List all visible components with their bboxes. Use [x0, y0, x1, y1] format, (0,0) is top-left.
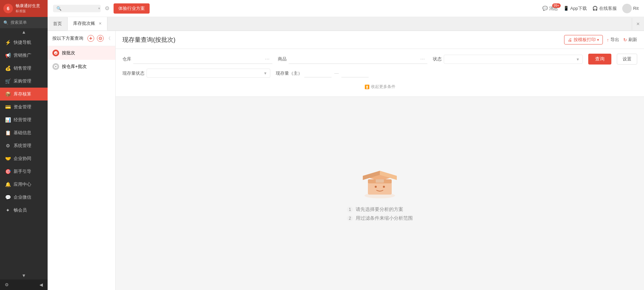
online-service-btn[interactable]: 🎧 在线客服 [592, 5, 617, 12]
scheme-icon-active [52, 50, 59, 56]
product-more-icon[interactable]: ··· [420, 56, 425, 62]
sidebar-item-inventory[interactable]: 📦 库存核算 [0, 88, 48, 101]
left-panel-collapse-icon[interactable]: 《 [106, 36, 111, 41]
warehouse-more-icon[interactable]: ··· [265, 56, 269, 62]
user-avatar [622, 4, 632, 13]
sidebar-item-label: 企业微信 [14, 194, 31, 200]
refresh-btn[interactable]: ↻ 刷新 [623, 37, 637, 43]
sidebar-item-label: 应用中心 [14, 181, 31, 187]
topbar: 🔍 ▾ ⚙ 体验行业方案 💬 消息 99+ 📱 App下载 🎧 在线客服 Rit [48, 0, 644, 17]
footer-settings-icon[interactable]: ⚙ [5, 282, 9, 287]
messages-btn[interactable]: 💬 消息 99+ [542, 5, 558, 12]
filter-row-1: 仓库 ··· 商品 ··· [122, 54, 637, 65]
product-input[interactable]: ··· [289, 55, 428, 64]
app-download-label: App下载 [570, 5, 587, 12]
sidebar-item-guide[interactable]: 🎯 新手引导 [0, 165, 48, 178]
print-icon: 🖨 [568, 37, 572, 42]
stock-status-input[interactable]: ▾ [147, 69, 270, 78]
footer-collapse-icon[interactable]: ◀ [39, 282, 43, 287]
warehouse-input[interactable]: ··· [133, 55, 272, 64]
svg-rect-9 [376, 179, 384, 183]
sidebar-item-basic[interactable]: 📋 基础信息 [0, 126, 48, 139]
sidebar-item-marketing[interactable]: 📢 营销推广 [0, 49, 48, 62]
sidebar-item-label: 企业协同 [14, 156, 31, 162]
collapse-btn[interactable]: ⏫ 收起更多条件 [122, 82, 637, 92]
sidebar-item-sales[interactable]: 💰 销售管理 [0, 62, 48, 75]
left-panel-title: 按以下方案查询 [52, 35, 83, 41]
sidebar-search[interactable]: 🔍 搜索菜单 [0, 17, 48, 28]
user-area[interactable]: Rit [622, 4, 639, 13]
empty-tip-2: 2 用过滤条件来缩小分析范围 [347, 215, 413, 221]
sidebar-item-member[interactable]: ✦ 畅会员 [0, 204, 48, 217]
tab-inventory-batch[interactable]: 库存批次账 ✕ [68, 17, 107, 31]
main-area: 🔍 ▾ ⚙ 体验行业方案 💬 消息 99+ 📱 App下载 🎧 在线客服 Rit [48, 0, 644, 290]
scheme-by-batch[interactable]: 按批次 [48, 46, 115, 60]
scheme-settings-icon[interactable]: ⚙ [97, 35, 104, 42]
sidebar-item-operation[interactable]: 📊 经营管理 [0, 113, 48, 126]
warehouse-label: 仓库 [122, 56, 131, 62]
sidebar-item-label: 畅会员 [14, 207, 27, 213]
stock-amount-to-input[interactable] [341, 69, 369, 77]
system-icon: ⚙ [5, 143, 11, 149]
stock-amount-from-input[interactable] [304, 69, 332, 77]
sidebar-item-label: 新手引导 [14, 168, 31, 175]
sales-icon: 💰 [5, 65, 11, 71]
sidebar: 6 畅康通好生意 标准版 🔍 搜索菜单 ▲ ⚡ 快捷导航 📢 营销推广 💰 销售… [0, 0, 48, 290]
add-scheme-btn[interactable]: + [87, 35, 94, 42]
filter-product: 商品 ··· [278, 55, 428, 64]
operation-icon: 📊 [5, 117, 11, 123]
sidebar-item-enterprise[interactable]: 🤝 企业协同 [0, 152, 48, 165]
sidebar-item-wechat[interactable]: 💬 企业微信 [0, 191, 48, 204]
sidebar-nav: ⚡ 快捷导航 📢 营销推广 💰 销售管理 🛒 采购管理 📦 库存核算 💳 资金管… [0, 36, 48, 272]
tab-close-icon[interactable]: ✕ [99, 21, 102, 25]
search-label: 搜索菜单 [11, 20, 27, 25]
trial-btn[interactable]: 体验行业方案 [114, 3, 150, 14]
basic-icon: 📋 [5, 130, 11, 136]
left-panel-header: 按以下方案查询 + ⚙ 《 [48, 31, 115, 46]
topbar-dropdown-icon[interactable]: ▾ [98, 6, 100, 10]
sidebar-item-label: 快捷导航 [14, 39, 31, 46]
scheme-by-warehouse-batch[interactable]: 按仓库+批次 [48, 60, 115, 73]
scheme-by-warehouse-batch-label: 按仓库+批次 [62, 64, 87, 70]
topbar-search-input[interactable] [63, 6, 97, 11]
status-dropdown[interactable]: ▾ [444, 55, 583, 64]
sidebar-item-purchase[interactable]: 🛒 采购管理 [0, 75, 48, 88]
print-btn[interactable]: 🖨 按模板打印 ▾ [564, 35, 603, 44]
guide-icon: 🎯 [5, 168, 11, 175]
topbar-search-area[interactable]: 🔍 ▾ [53, 5, 101, 12]
tip-text-2: 用过滤条件来缩小分析范围 [356, 215, 413, 221]
appstore-icon: 🔔 [5, 181, 11, 187]
messages-badge: 99+ [552, 3, 561, 8]
page-header: 现存量查询(按批次) 🖨 按模板打印 ▾ ↑ 导出 ↻ 刷新 [116, 31, 644, 49]
member-icon: ✦ [5, 207, 11, 213]
query-btn[interactable]: 查询 [588, 54, 611, 65]
sidebar-item-system[interactable]: ⚙ 系统管理 [0, 139, 48, 152]
sidebar-item-label: 销售管理 [14, 65, 31, 71]
app-download-btn[interactable]: 📱 App下载 [563, 5, 587, 12]
scheme-icon-inactive [52, 63, 59, 70]
wechat-icon: 💬 [5, 194, 11, 200]
tab-home-label: 首页 [53, 21, 62, 26]
scroll-up-btn[interactable]: ▲ [0, 28, 48, 36]
tab-home[interactable]: 首页 [48, 17, 68, 30]
tab-panel-close-btn[interactable]: ✕ [632, 18, 644, 30]
print-dropdown-icon[interactable]: ▾ [597, 38, 599, 42]
filter-warehouse: 仓库 ··· [122, 55, 272, 64]
sidebar-item-quick-nav[interactable]: ⚡ 快捷导航 [0, 36, 48, 49]
export-btn[interactable]: ↑ 导出 [607, 37, 620, 43]
topbar-settings-icon[interactable]: ⚙ [105, 5, 109, 12]
scroll-down-btn[interactable]: ▼ [0, 272, 48, 279]
topbar-search-icon: 🔍 [56, 6, 62, 11]
settings-btn[interactable]: 设置 [617, 54, 637, 65]
filter-status: 状态 ▾ [433, 55, 583, 64]
scheme-by-batch-label: 按批次 [62, 50, 75, 56]
headset-icon: 🎧 [592, 6, 598, 11]
purchase-icon: 🛒 [5, 78, 11, 84]
sidebar-item-appstore[interactable]: 🔔 应用中心 [0, 178, 48, 191]
sidebar-item-finance[interactable]: 💳 资金管理 [0, 101, 48, 113]
svg-point-0 [54, 51, 57, 55]
empty-illustration [359, 166, 400, 200]
sidebar-item-label: 库存核算 [14, 91, 31, 97]
tabbar: 首页 库存批次账 ✕ ✕ [48, 17, 644, 31]
empty-tips: 1 请先选择要分析的方案 2 用过滤条件来缩小分析范围 [347, 206, 413, 221]
